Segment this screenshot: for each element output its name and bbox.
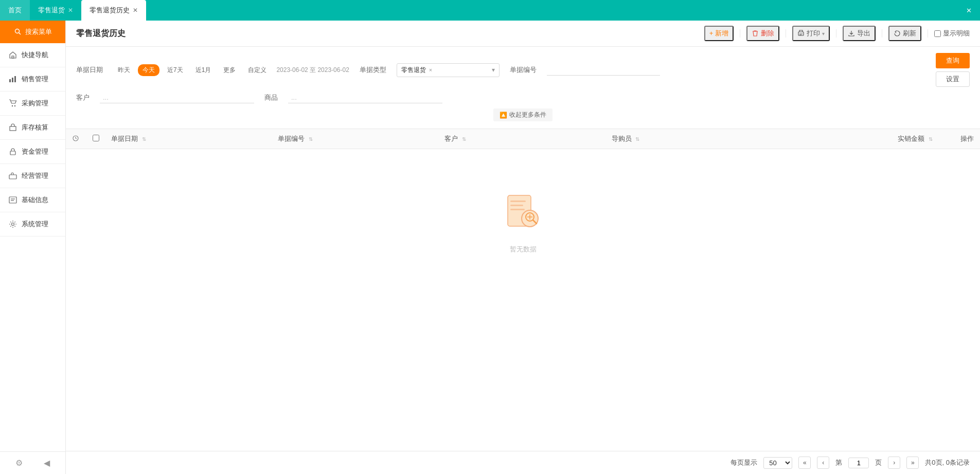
sidebar-item-sales-mgmt[interactable]: 销售管理 xyxy=(0,67,65,92)
sort-date-icon: ⇅ xyxy=(142,136,146,142)
goods-input[interactable] xyxy=(288,92,442,103)
search-icon xyxy=(14,28,22,36)
print-button-label: 打印 xyxy=(807,29,820,38)
show-detail-label: 显示明细 xyxy=(943,29,970,38)
svg-rect-19 xyxy=(510,205,523,206)
doc-type-selector[interactable]: 零售退货 × ▾ xyxy=(397,63,500,77)
main-layout: 搜索菜单 快捷导航 销售管理 采购管理 xyxy=(0,21,980,474)
sort-number-icon: ⇅ xyxy=(309,136,313,142)
page-title: 零售退货历史 xyxy=(76,28,126,39)
svg-rect-10 xyxy=(9,175,16,179)
date-btn-custom[interactable]: 自定义 xyxy=(243,64,271,76)
th-amount-label: 实销金额 xyxy=(898,135,924,142)
delete-button[interactable]: 删除 xyxy=(746,26,779,41)
tab-home[interactable]: 首页 xyxy=(0,0,30,21)
date-btn-today[interactable]: 今天 xyxy=(138,64,159,76)
delete-icon xyxy=(752,30,759,37)
sidebar-collapse-icon[interactable]: ◀ xyxy=(44,458,50,468)
date-filter-label: 单据日期 xyxy=(76,65,103,75)
sidebar-item-basic-info-label: 基础信息 xyxy=(22,195,48,205)
total-records-label: 共0页, 0条记录 xyxy=(925,458,970,467)
date-btn-1month[interactable]: 近1月 xyxy=(191,64,216,76)
divider-2 xyxy=(786,29,786,38)
collapse-filter-button[interactable]: 🔼 收起更多条件 xyxy=(493,108,553,121)
window-close-button[interactable]: ✕ xyxy=(966,7,980,14)
svg-rect-3 xyxy=(9,79,11,82)
settings-icon xyxy=(8,220,17,229)
first-page-button[interactable]: « xyxy=(798,457,811,469)
th-settings[interactable] xyxy=(66,129,86,149)
export-icon xyxy=(848,30,855,37)
doc-number-label: 单据编号 xyxy=(510,65,537,75)
refresh-button[interactable]: 刷新 xyxy=(888,26,921,41)
select-all-checkbox[interactable] xyxy=(93,135,99,141)
sidebar-item-purchase-mgmt[interactable]: 采购管理 xyxy=(0,92,65,116)
page-label: 第 xyxy=(835,458,842,467)
th-amount[interactable]: 实销金额 ⇅ xyxy=(772,129,939,149)
th-number[interactable]: 单据编号 ⇅ xyxy=(272,129,438,149)
page-unit: 页 xyxy=(875,458,882,467)
print-button[interactable]: 打印 ▾ xyxy=(792,26,830,41)
sidebar-item-purchase-label: 采购管理 xyxy=(22,99,48,108)
setting-button[interactable]: 设置 xyxy=(936,71,970,87)
column-settings-icon xyxy=(72,135,79,142)
tab-retail-return-label: 零售退货 xyxy=(38,6,65,15)
sidebar-item-basic-info[interactable]: 基础信息 xyxy=(0,188,65,212)
box-icon xyxy=(8,123,17,132)
svg-rect-4 xyxy=(12,78,13,82)
svg-point-0 xyxy=(15,29,19,33)
prev-page-button[interactable]: ‹ xyxy=(817,457,829,469)
date-range-display: 2023-06-02 至 2023-06-02 xyxy=(276,66,349,75)
last-page-button[interactable]: » xyxy=(906,457,919,469)
filter-area: 单据日期 昨天 今天 近7天 近1月 更多 自定义 2023-06-02 至 2… xyxy=(66,47,980,129)
page-number-input[interactable] xyxy=(848,458,869,468)
sidebar-item-ops-mgmt[interactable]: 经营管理 xyxy=(0,164,65,188)
date-btn-yesterday[interactable]: 昨天 xyxy=(113,64,135,76)
show-detail-checkbox[interactable] xyxy=(934,30,941,37)
date-btn-7days[interactable]: 近7天 xyxy=(163,64,188,76)
doc-type-clear-icon[interactable]: × xyxy=(429,67,432,73)
export-button-label: 导出 xyxy=(857,29,870,38)
table-body: 暂无数据 xyxy=(66,149,980,296)
page-size-select[interactable]: 20 50 100 xyxy=(763,457,792,469)
sidebar-item-quick-nav[interactable]: 快捷导航 xyxy=(0,43,65,67)
sidebar-item-finance[interactable]: 资金管理 xyxy=(0,140,65,164)
sidebar-bottom: ⚙ ◀ xyxy=(0,451,65,474)
tab-retail-return[interactable]: 零售退货 ✕ xyxy=(30,0,81,21)
th-date[interactable]: 单据日期 ⇅ xyxy=(105,129,272,149)
tab-retail-return-history[interactable]: 零售退货历史 ✕ xyxy=(81,0,146,21)
tab-home-label: 首页 xyxy=(8,6,22,15)
sidebar-settings-icon[interactable]: ⚙ xyxy=(15,458,23,468)
customer-input[interactable] xyxy=(100,92,254,103)
svg-rect-9 xyxy=(10,151,15,155)
svg-rect-18 xyxy=(510,200,526,202)
sidebar-item-sys-mgmt[interactable]: 系统管理 xyxy=(0,212,65,236)
date-btn-more[interactable]: 更多 xyxy=(219,64,240,76)
pagination-bar: 每页显示 20 50 100 « ‹ 第 页 › » 共0页, 0条记录 xyxy=(66,451,980,474)
delete-button-label: 删除 xyxy=(761,29,774,38)
doc-number-input[interactable] xyxy=(547,64,660,76)
next-page-button[interactable]: › xyxy=(888,457,900,469)
th-action-label: 操作 xyxy=(960,135,974,142)
print-icon xyxy=(797,30,805,37)
show-detail-checkbox-label[interactable]: 显示明细 xyxy=(934,29,970,38)
sidebar-item-inventory[interactable]: 库存核算 xyxy=(0,116,65,140)
export-button[interactable]: 导出 xyxy=(843,26,876,41)
sidebar-item-finance-label: 资金管理 xyxy=(22,147,48,156)
th-customer[interactable]: 客户 ⇅ xyxy=(438,129,605,149)
collapse-filter-label: 收起更多条件 xyxy=(509,111,546,119)
tab-retail-return-history-close[interactable]: ✕ xyxy=(133,7,138,14)
divider-5 xyxy=(928,29,928,38)
th-guide[interactable]: 导购员 ⇅ xyxy=(605,129,772,149)
query-button[interactable]: 查询 xyxy=(936,53,970,68)
new-button[interactable]: + 新增 xyxy=(704,26,734,41)
svg-rect-20 xyxy=(510,209,525,210)
sidebar-search[interactable]: 搜索菜单 xyxy=(0,21,65,43)
svg-rect-2 xyxy=(12,56,14,58)
sidebar-nav: 快捷导航 销售管理 采购管理 库存核算 xyxy=(0,43,65,451)
collapse-up-icon: 🔼 xyxy=(500,112,507,119)
th-checkbox[interactable] xyxy=(86,129,105,149)
sort-customer-icon: ⇅ xyxy=(462,136,466,142)
tab-retail-return-close[interactable]: ✕ xyxy=(68,7,73,14)
table-header-row: 单据日期 ⇅ 单据编号 ⇅ 客户 ⇅ 导购员 ⇅ xyxy=(66,129,980,149)
